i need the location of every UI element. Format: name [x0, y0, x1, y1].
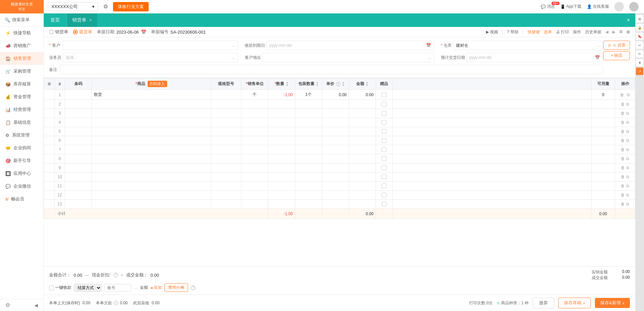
copy-row-1[interactable]: ⧉	[627, 92, 630, 97]
copy-row-2[interactable]: ⧉	[626, 102, 629, 107]
sidebar-item-guide[interactable]: 🎯 新手引导	[0, 154, 43, 167]
tab-sales-order[interactable]: 销货单 ×	[67, 13, 97, 27]
sidebar-item-marketing[interactable]: 📣 营销推广	[0, 39, 43, 52]
scan-btn[interactable]: 扫码录入	[148, 81, 167, 87]
sidebar-item-quick-nav[interactable]: ⚡ 快捷导航	[0, 27, 43, 39]
sidebar-item-operations[interactable]: 📊 经营管理	[0, 103, 43, 116]
sidebar-item-base-info[interactable]: 📋 基础信息	[0, 116, 43, 129]
radio-return[interactable]: 退货单	[73, 29, 92, 35]
copy-row-6[interactable]: ⧉	[626, 138, 629, 143]
salesperson-input[interactable]: 选择... ...	[63, 53, 238, 62]
radio-sales[interactable]: 销货单	[49, 29, 68, 35]
sidebar-item-sales[interactable]: 🏠 销售管理	[0, 52, 43, 65]
next-record-btn[interactable]: ▶	[612, 30, 615, 34]
history-btn[interactable]: 历史单据	[585, 29, 601, 35]
one-click-pay-checkbox[interactable]: 一键收款	[49, 285, 71, 290]
sidebar-item-wechat[interactable]: 💬 企业微信	[0, 180, 43, 193]
right-tool-2[interactable]: 🔒	[636, 24, 643, 31]
customer-addr-input[interactable]: ...	[262, 53, 434, 62]
sidebar-item-app-center[interactable]: 🔲 应用中心	[0, 167, 43, 180]
copy-row-10[interactable]: ⧉	[626, 174, 629, 179]
copy-row-5[interactable]: ⧉	[626, 129, 629, 134]
delete-row-3[interactable]: 🗑	[621, 111, 625, 116]
remarks-input[interactable]	[60, 65, 603, 74]
right-tool-7[interactable]: ↗	[636, 68, 643, 75]
expected-date-input[interactable]: yyyy-mm-dd 📅	[466, 53, 603, 62]
delete-row-2[interactable]: 🗑	[621, 102, 625, 107]
prev-record-btn[interactable]: ◀	[605, 30, 608, 34]
total-owe-info[interactable]: ?	[114, 301, 118, 305]
sidebar-item-member[interactable]: V 畅会员	[0, 193, 43, 205]
delete-row-9[interactable]: 🗑	[621, 165, 625, 170]
copy-row-3[interactable]: ⧉	[626, 111, 629, 116]
online-service-btn[interactable]: 👤 在线客服	[587, 4, 609, 9]
tab-home[interactable]: 首页	[44, 13, 67, 27]
due-date-input[interactable]: yyyy-mm-dd 📅	[266, 41, 434, 50]
logistics-button[interactable]: + 物流	[603, 51, 630, 60]
company-selector[interactable]: XXXXXX公司 ▾	[48, 2, 98, 11]
sidebar-item-purchase[interactable]: 🛒 采购管理	[0, 65, 43, 78]
col-settings-header[interactable]: ⚙	[44, 78, 55, 90]
list-view-btn[interactable]: ≡	[619, 29, 622, 35]
grid-view-btn[interactable]: ⊞	[627, 30, 630, 34]
window-close-icon[interactable]: ×	[627, 17, 630, 23]
trial-button[interactable]: 体验行业方案	[113, 2, 149, 11]
delete-row-4[interactable]: 🗑	[621, 120, 625, 125]
discount-info-icon[interactable]: ?	[113, 273, 118, 277]
message-btn[interactable]: 💬 消息 99+	[541, 4, 555, 9]
template-btn[interactable]: 选单	[544, 29, 552, 35]
calendar-icon[interactable]: 📅	[141, 30, 146, 35]
copy-row-8[interactable]: ⧉	[626, 156, 629, 161]
save-new-button[interactable]: 保存&新增 ∧	[595, 298, 630, 308]
copy-row-13[interactable]: ⧉	[626, 202, 629, 206]
delete-row-7[interactable]: 🗑	[621, 147, 625, 152]
copy-row-4[interactable]: ⧉	[626, 120, 629, 125]
operation-btn[interactable]: 操作	[573, 29, 581, 35]
delete-row-10[interactable]: 🗑	[621, 174, 625, 179]
settings-button[interactable]: ⊙ ⊙ 设置	[603, 41, 630, 50]
settlement-method-select[interactable]: 结算方式	[74, 284, 102, 292]
copy-row-7[interactable]: ⧉	[626, 147, 629, 152]
video-btn[interactable]: ▶ 视频	[486, 29, 498, 35]
copy-row-12[interactable]: ⧉	[626, 193, 629, 197]
shortcut-btn[interactable]: 快捷键	[528, 29, 540, 35]
gift-checkbox-1[interactable]	[382, 92, 386, 97]
delete-row-13[interactable]: 🗑	[621, 202, 625, 206]
sidebar-item-finance[interactable]: 💰 资金管理	[0, 90, 43, 103]
delete-row-11[interactable]: 🗑	[621, 184, 625, 188]
tab-close-icon[interactable]: ×	[89, 17, 92, 23]
delete-row-1[interactable]: 🗑	[620, 92, 624, 97]
app-download-btn[interactable]: 📱 App下载	[560, 4, 581, 9]
discard-button[interactable]: 放弃	[533, 298, 554, 308]
copy-row-11[interactable]: ⧉	[626, 184, 629, 188]
sidebar-item-system[interactable]: ⚙ 系统管理	[0, 129, 43, 142]
delete-row-5[interactable]: 🗑	[621, 129, 625, 134]
sidebar-collapse-btn[interactable]: ◀	[34, 303, 38, 308]
delete-row-8[interactable]: 🗑	[621, 156, 625, 161]
sidebar-item-enterprise[interactable]: 🤝 企业协同	[0, 142, 43, 154]
right-tool-6[interactable]: ★	[636, 59, 643, 66]
copy-row-9[interactable]: ⧉	[626, 165, 629, 170]
right-tool-4[interactable]: ↩	[636, 41, 643, 49]
settings-gear-icon[interactable]: ⚙	[101, 2, 110, 11]
footer-help-icon[interactable]: ?	[191, 285, 195, 290]
expense-split-btn[interactable]: 费用分摊	[164, 283, 188, 292]
right-tool-5[interactable]: ✏	[636, 50, 643, 57]
print-btn[interactable]: 🖨 打印	[556, 29, 569, 35]
right-tool-1[interactable]: ⊞	[636, 15, 643, 23]
delete-row-6[interactable]: 🗑	[621, 138, 625, 143]
right-tool-3[interactable]: 🔖	[636, 33, 643, 40]
add-payment-btn[interactable]: ● 添加	[151, 285, 162, 290]
help-btn[interactable]: ? 帮助	[507, 29, 519, 35]
price-info-icon[interactable]: i	[336, 82, 340, 86]
account-input[interactable]	[104, 284, 131, 291]
sidebar-item-inventory[interactable]: 📦 库存核算	[0, 78, 43, 90]
account-settings-icon[interactable]	[629, 2, 639, 11]
delete-row-12[interactable]: 🗑	[621, 193, 625, 197]
customer-input[interactable]: ...	[63, 41, 238, 50]
save-draft-button[interactable]: 保存草稿 ∧	[558, 298, 591, 308]
sidebar-settings-btn[interactable]: ⚙	[5, 302, 10, 308]
avatar[interactable]	[614, 2, 624, 11]
warehouse-input[interactable]: 建材仓 ...	[453, 41, 603, 50]
search-menu[interactable]: 🔍 搜索菜单	[0, 13, 43, 27]
